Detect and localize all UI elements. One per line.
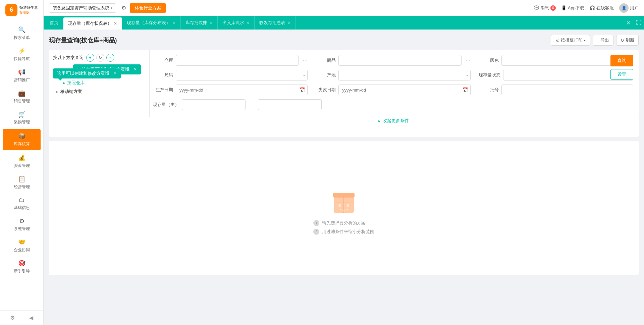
- tab-inout-flow[interactable]: 出入库流水 ✕: [218, 16, 255, 30]
- message-btn[interactable]: 💬 消息 6: [534, 5, 556, 11]
- tab-close-receive-summary[interactable]: ✕: [287, 20, 291, 25]
- empty-hint-2: 2 用过滤条件来缩小分析范围: [313, 229, 374, 235]
- svg-point-5: [346, 204, 349, 207]
- logo-icon: 6: [5, 4, 17, 16]
- sidebar-item-basic[interactable]: 🗂 基础信息: [0, 193, 43, 214]
- prod-date-start-input[interactable]: [176, 85, 308, 95]
- sidebar-item-guide[interactable]: 🎯 新手引导: [0, 256, 43, 277]
- tab-close-inout-flow[interactable]: ✕: [246, 20, 250, 25]
- tab-home[interactable]: 首页: [45, 16, 63, 30]
- sidebar-item-inventory[interactable]: 📦 库存核算: [3, 129, 41, 150]
- message-badge: 6: [550, 5, 556, 11]
- chevron-down-icon: ▾: [584, 39, 586, 42]
- page-title: 现存量查询(按仓库+商品): [49, 36, 117, 44]
- tab-close-inventory-status[interactable]: ✕: [114, 21, 117, 26]
- refresh-scheme-btn[interactable]: ↻: [96, 54, 104, 62]
- guide-nav-icon: 🎯: [18, 260, 25, 267]
- size-select[interactable]: [176, 70, 308, 80]
- set-btn[interactable]: 设置: [610, 69, 633, 80]
- expire-date-start-wrap: 📅: [338, 85, 470, 95]
- refresh-btn[interactable]: ↻ 刷新: [616, 35, 639, 46]
- sidebar-nav: 🔍 搜索菜单 ⚡ 快捷导航 📢 营销推广 💼 销售管理 🛒 采购管理 📦 库存核…: [0, 20, 43, 310]
- tab-inventory-status[interactable]: 现存量（库存状况表） ✕: [63, 17, 122, 30]
- headset-icon: 🎧: [590, 5, 595, 10]
- app-download-btn[interactable]: 📱 App下载: [561, 5, 584, 11]
- goods-more-btn[interactable]: ···: [466, 57, 471, 64]
- filter-row-expire-date: 失效日期 📅: [316, 85, 470, 95]
- sidebar-item-purchase[interactable]: 🛒 采购管理: [0, 107, 43, 128]
- filter-row-warehouse: 仓库 ···: [153, 55, 308, 66]
- main-content: 现存量查询(按仓库+商品) 🖨 按模板打印 ▾ ↑ 导出 ↻ 刷新 按以下方案查…: [44, 30, 644, 325]
- sidebar-item-operation[interactable]: 📋 经营管理: [0, 172, 43, 193]
- scheme-desktop-item-1[interactable]: ● 按照仓库: [60, 78, 145, 87]
- filter-row-goods: 商品 ···: [316, 55, 470, 66]
- online-support-btn[interactable]: 🎧 在线客服: [590, 5, 614, 11]
- tab-batch-account[interactable]: 库存批次账 ✕: [181, 16, 218, 30]
- header-right: 💬 消息 6 📱 App下载 🎧 在线客服 👤 用户: [534, 3, 639, 13]
- gear-btn[interactable]: ⚙: [121, 5, 126, 11]
- logo-area: 6 畅通好生意 标准版: [0, 0, 43, 20]
- tab-close-batch-account[interactable]: ✕: [209, 20, 213, 25]
- quick-nav-icon: ⚡: [18, 47, 25, 55]
- enterprise-nav-icon: 🤝: [18, 238, 25, 246]
- sidebar: 6 畅通好生意 标准版 🔍 搜索菜单 ⚡ 快捷导航 📢 营销推广 💼 销售管理 …: [0, 0, 44, 325]
- marketing-nav-icon: 📢: [18, 68, 25, 76]
- origin-select[interactable]: [338, 70, 470, 80]
- scheme-panel: 按以下方案查询 + ↻ « 电脑方案可设为移动方案哦 ✕ 这里可以创建和修改方案…: [49, 50, 150, 117]
- industry-btn[interactable]: 体验行业方案: [130, 3, 166, 13]
- sidebar-item-marketing[interactable]: 📢 营销推广: [0, 65, 43, 86]
- tab-expand-icon[interactable]: ⛶: [635, 18, 643, 27]
- scheme-tooltip-close[interactable]: ✕: [133, 67, 137, 72]
- sidebar-collapse-btn[interactable]: ◀: [29, 315, 33, 321]
- goods-input[interactable]: [338, 55, 461, 66]
- tab-inventory-dist[interactable]: 现存量（库存分布表） ✕: [122, 16, 181, 30]
- top-header: 装备及固定资产辅助管理系统 ▾ ⚙ 体验行业方案 💬 消息 6 📱 App下载 …: [44, 0, 644, 16]
- warehouse-input[interactable]: [176, 55, 299, 66]
- operation-nav-icon: 📋: [18, 175, 25, 183]
- back-scheme-btn[interactable]: «: [106, 54, 114, 62]
- tab-receive-summary[interactable]: 收发存汇总表 ✕: [255, 16, 296, 30]
- stock-main-from-input[interactable]: [182, 99, 246, 110]
- system-selector[interactable]: 装备及固定资产辅助管理系统 ▾: [49, 3, 116, 13]
- tab-bar: 首页 现存量（库存状况表） ✕ 现存量（库存分布表） ✕ 库存批次账 ✕ 出入库…: [44, 16, 644, 30]
- phone-icon: 📱: [561, 5, 567, 10]
- data-area: 1 请先选择要分析的方案 2 用过滤条件来缩小分析范围: [49, 141, 639, 275]
- tab-close-inventory-dist[interactable]: ✕: [172, 20, 176, 25]
- filter-row-color: 颜色 ▾: [479, 55, 633, 66]
- filter-row-stock-status: 现存量状态 ▾: [479, 70, 633, 80]
- size-select-wrap: ▾: [176, 70, 308, 80]
- export-btn[interactable]: ↑ 导出: [593, 35, 614, 46]
- search-btn[interactable]: 查询: [610, 55, 633, 66]
- empty-illustration: [324, 181, 364, 215]
- page-actions: 🖨 按模板打印 ▾ ↑ 导出 ↻ 刷新: [551, 35, 639, 46]
- sidebar-item-enterprise[interactable]: 🤝 企业协同: [0, 235, 43, 256]
- sidebar-settings-btn[interactable]: ⚙: [10, 315, 15, 321]
- batch-input[interactable]: [501, 85, 633, 95]
- tab-bar-end: ✕ ⛶: [625, 18, 643, 28]
- sidebar-item-sales[interactable]: 💼 销售管理: [0, 86, 43, 107]
- scheme-mobile-group[interactable]: ▶ 移动端方案: [53, 87, 145, 96]
- expire-date-start-input[interactable]: [338, 85, 470, 95]
- selected-scheme-icon: ●: [62, 80, 65, 86]
- sidebar-item-finance[interactable]: 💰 资金管理: [0, 151, 43, 172]
- inventory-nav-icon: 📦: [18, 132, 25, 140]
- refresh-icon: ↻: [621, 38, 624, 43]
- sidebar-item-system[interactable]: ⚙ 系统管理: [0, 214, 43, 235]
- user-menu-btn[interactable]: 👤 用户: [619, 3, 639, 13]
- logo-text: 畅通好生意 标准版: [19, 5, 38, 15]
- tab-close-all-icon[interactable]: ✕: [625, 18, 632, 28]
- sidebar-item-quick[interactable]: ⚡ 快捷导航: [0, 44, 43, 65]
- scheme-edit-tooltip-close[interactable]: ✕: [113, 71, 117, 76]
- stock-main-to-input[interactable]: [258, 99, 322, 110]
- scheme-edit-tooltip: 这里可以创建和修改方案哦 ✕: [53, 68, 121, 78]
- warehouse-more-btn[interactable]: ···: [303, 57, 308, 64]
- collapse-bar[interactable]: ∧ 收起更多条件: [153, 114, 633, 125]
- user-avatar: 👤: [619, 3, 629, 13]
- sidebar-item-search[interactable]: 🔍 搜索菜单: [0, 23, 43, 44]
- filter-header: 按以下方案查询 + ↻ «: [53, 54, 145, 62]
- page-header: 现存量查询(按仓库+商品) 🖨 按模板打印 ▾ ↑ 导出 ↻ 刷新: [49, 35, 639, 46]
- filter-fields: 仓库 ··· 商品 ··· 颜色 ▾: [153, 55, 633, 125]
- add-scheme-btn[interactable]: +: [86, 54, 94, 62]
- origin-select-wrap: ▾: [338, 70, 470, 80]
- print-btn[interactable]: 🖨 按模板打印 ▾: [551, 35, 590, 46]
